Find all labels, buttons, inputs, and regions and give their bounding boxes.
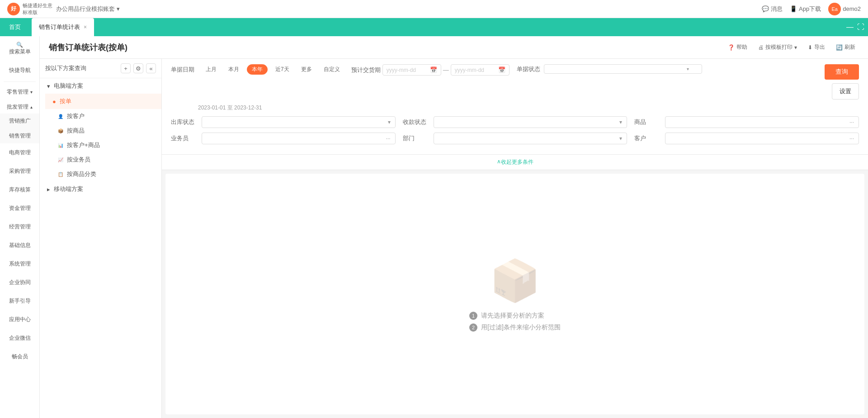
sidebar-item-member[interactable]: 畅会员 [0,347,39,366]
tip-2-number: 2 [469,323,477,332]
tip-1-number: 1 [469,312,477,320]
department-select[interactable]: ▾ [434,133,627,144]
refresh-btn[interactable]: 🔄 刷新 [832,42,859,53]
sidebar-item-retail[interactable]: 零售管理 ▾ [0,84,39,99]
filter-row-2: 出库状态 ▾ 收款状态 ▾ [171,116,859,128]
sidebar-item-operations[interactable]: 经营管理 [0,218,39,236]
tabbar-right: — ⛶ [846,23,868,31]
topbar: 好 畅捷通好生意 标准版 办公用品行业模拟账套 ▾ 💬 消息 📱 App下载 E… [0,0,868,18]
tab-home[interactable]: 首页 [0,18,30,36]
payment-status-arrow-icon: ▾ [619,119,622,125]
goods-dots[interactable]: ··· [849,119,854,125]
wholesale-submenu: 营销推广 销售管理 [0,114,39,143]
scheme-by-product[interactable]: 📦 按商品 [45,124,161,138]
user-profile-btn[interactable]: Ea demo2 [828,3,861,15]
message-icon: 💬 [762,5,769,12]
sidebar-item-inventory[interactable]: 库存核算 [0,180,39,199]
mobile-section-header[interactable]: ▸ 移动端方案 [40,181,161,197]
template-print-arrow-icon: ▾ [794,44,797,51]
customer-scheme-icon: 👤 [58,114,63,119]
expected-delivery-label: 预计交货期 [351,66,381,74]
avatar: Ea [828,3,841,15]
window-minimize-btn[interactable]: — [846,23,854,31]
scheme-by-order[interactable]: ● 按单 [45,94,161,109]
content-area: 销售订单统计表(按单) ❓ 帮助 🖨 按模板打印 ▾ ⬇ 导出 🔄 刷新 [40,36,868,418]
settings-scheme-btn[interactable]: ⚙ [133,63,143,73]
delivery-start-date-input[interactable]: yyyy-mm-dd 📅 [382,64,441,76]
salesperson-input[interactable]: ··· [202,133,396,144]
sidebar-item-wholesale[interactable]: 批发管理 ▴ [0,99,39,114]
department-cell: 部门 ▾ [403,133,627,144]
tab-close-icon[interactable]: × [84,24,87,30]
logo-text: 畅捷通好生意 标准版 [23,2,52,15]
sidebar-item-corpwechat[interactable]: 企业微信 [0,329,39,347]
scheme-by-category[interactable]: 📋 按商品分类 [45,167,161,181]
sidebar-item-appstore[interactable]: 应用中心 [0,310,39,329]
add-scheme-btn[interactable]: + [121,63,131,73]
goods-input[interactable]: ··· [665,116,859,128]
content-inner: 按以下方案查询 + ⚙ « ▾ 电脑端方案 ● 按单 [40,59,868,418]
date-last-month-btn[interactable]: 上月 [202,64,221,75]
pc-scheme-tree: ● 按单 👤 按客户 📦 按商品 📊 按客户+商品 [40,94,161,181]
delivery-status-select[interactable]: ▾ [202,116,396,128]
sidebar-item-purchase[interactable]: 采购管理 [0,162,39,180]
sidebar-item-ecommerce[interactable]: 电商管理 [0,143,39,162]
topbar-right: 💬 消息 📱 App下载 Ea demo2 [762,3,861,15]
date-separator: — [443,66,449,73]
department-arrow-icon: ▾ [619,135,622,142]
empty-tip-1: 1 请先选择要分析的方案 [469,312,561,320]
delivery-status-arrow-icon: ▾ [388,119,391,125]
sidebar-item-sales[interactable]: 销售管理 [0,128,39,143]
date-custom-btn[interactable]: 自定义 [320,64,344,75]
scheme-by-customer-product[interactable]: 📊 按客户+商品 [45,138,161,152]
collapse-bar[interactable]: ∧ 收起更多条件 [162,155,868,170]
filter-row-3: 业务员 ··· 部门 ▾ [171,133,859,144]
customer-input[interactable]: ··· [665,133,859,144]
customer-cell: 客户 ··· [634,133,859,144]
sidebar-item-enterprise[interactable]: 企业协同 [0,273,39,292]
date-this-month-btn[interactable]: 本月 [224,64,243,75]
window-maximize-btn[interactable]: ⛶ [857,23,864,31]
query-btn[interactable]: 查询 [825,64,859,80]
pc-section-header[interactable]: ▾ 电脑端方案 [40,78,161,94]
logo-area: 好 畅捷通好生意 标准版 [7,2,52,15]
sidebar-item-search[interactable]: 🔍 搜索菜单 [0,36,39,61]
template-print-btn[interactable]: 🖨 按模板打印 ▾ [755,42,801,53]
date-more-btn[interactable]: 更多 [297,64,316,75]
settings-btn[interactable]: 设置 [832,83,859,100]
tab-sales-order-stats[interactable]: 销售订单统计表 × [32,18,94,36]
help-btn[interactable]: ❓ 帮助 [724,42,751,53]
sidebar-item-marketing[interactable]: 营销推广 [0,114,39,128]
message-btn[interactable]: 💬 消息 [762,5,783,13]
wholesale-arrow-icon: ▴ [30,104,33,109]
delivery-status-cell: 出库状态 ▾ [171,116,396,128]
status-select[interactable]: ▾ [544,64,702,74]
scheme-by-customer[interactable]: 👤 按客户 [45,109,161,124]
sidebar-group-retail: 零售管理 ▾ [0,84,39,99]
sidebar-item-system[interactable]: 系统管理 [0,255,39,273]
date-last-7days-btn[interactable]: 近7天 [271,64,293,75]
breadcrumb[interactable]: 办公用品行业模拟账套 ▾ [56,5,120,13]
customer-dots[interactable]: ··· [849,135,854,142]
collapse-panel-btn[interactable]: « [146,63,156,73]
sidebar-group-wholesale: 批发管理 ▴ 营销推广 销售管理 [0,99,39,143]
salesperson-dots[interactable]: ··· [386,135,391,142]
scheme-by-salesperson[interactable]: 📈 按业务员 [45,152,161,167]
app-download-icon: 📱 [790,5,797,12]
logo-icon: 好 [7,3,20,15]
salesperson-scheme-icon: 📈 [58,157,63,162]
sidebar-item-basic[interactable]: 基础信息 [0,236,39,255]
chevron-right-icon: ▸ [47,186,50,193]
export-btn[interactable]: ⬇ 导出 [804,42,829,53]
sidebar-item-finance[interactable]: 资金管理 [0,199,39,218]
delivery-end-date-input[interactable]: yyyy-mm-dd 📅 [451,64,509,76]
date-this-year-btn[interactable]: 本年 [247,64,268,75]
sidebar-item-newbie[interactable]: 新手引导 [0,292,39,310]
left-panel-header: 按以下方案查询 + ⚙ « [40,59,161,78]
date-range-display: 2023-01-01 至 2023-12-31 [198,104,262,111]
page-title: 销售订单统计表(按单) [49,42,127,53]
right-panel: 单据日期 上月 本月 本年 近7天 更多 自定义 预计交货期 [162,59,868,418]
sidebar-item-quicknav[interactable]: 快捷导航 [0,61,39,80]
payment-status-select[interactable]: ▾ [434,116,627,128]
app-download-btn[interactable]: 📱 App下载 [790,5,821,13]
